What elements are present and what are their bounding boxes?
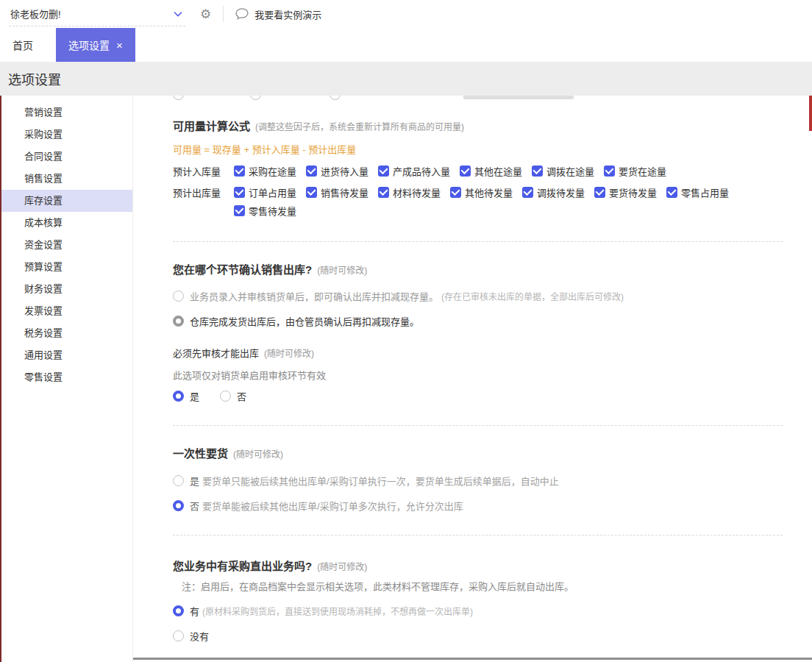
demo-link-label: 我要看实例演示	[254, 7, 321, 21]
inbound-label: 预计入库量	[173, 164, 234, 178]
checkbox-checked-icon	[460, 166, 471, 177]
checkbox-material-pending[interactable]: 材料待发量	[378, 185, 441, 199]
radio-selected-icon[interactable]	[173, 605, 184, 616]
sidebar-item-cost[interactable]: 成本核算	[0, 212, 132, 234]
radio-unselected-icon[interactable]	[220, 391, 231, 402]
checkbox-transfer-pending[interactable]: 调拨待发量	[522, 185, 585, 199]
sidebar-item-finance[interactable]: 财务设置	[0, 278, 132, 300]
checkbox-label: 采购在途量	[249, 164, 296, 178]
radio-selected-gray-icon[interactable]	[173, 316, 184, 327]
radio-unselected-icon[interactable]	[173, 475, 184, 486]
formula-expression: 可用量 = 现存量 + 预计入库量 - 预计出库量	[173, 142, 783, 156]
radio-direct-yes[interactable]: 有 (原材料采购到货后，直接送到使用现场消耗掉，不想再做一次出库单)	[173, 604, 783, 618]
topbar: 徐老板勿删! ⚙ 我要看实例演示	[0, 0, 812, 28]
checkbox-order-occupied[interactable]: 订单占用量	[234, 185, 296, 199]
radio-onetime-yes[interactable]: 是 要货单只能被后续其他出库单/采购订单执行一次，要货单生成后续单据后，自动中止	[173, 474, 783, 488]
radio-direct-no[interactable]: 没有	[173, 629, 783, 643]
checkbox-finished-goods-pending[interactable]: 产成品待入量	[378, 164, 450, 178]
audit-subsection-desc: 此选项仅对销货单启用审核环节有效	[173, 368, 783, 382]
sidebar-item-budget[interactable]: 预算设置	[0, 256, 132, 278]
radio-label: 是	[190, 389, 199, 403]
tab-settings[interactable]: 选项设置 ×	[56, 28, 135, 62]
sidebar-item-tax[interactable]: 税务设置	[0, 322, 132, 344]
tab-home[interactable]: 首页	[0, 28, 46, 62]
section-divider	[173, 241, 783, 242]
radio-onetime-no[interactable]: 否 要货单能被后续其他出库单/采购订单多次执行，允许分次出库	[173, 499, 783, 513]
company-selector[interactable]: 徐老板勿删!	[9, 1, 185, 26]
checkbox-transfer-in-transit[interactable]: 调拨在途量	[532, 164, 594, 178]
option-warehouse-confirm[interactable]: 仓库完成发货出库后，由仓管员确认后再扣减现存量。	[173, 314, 783, 328]
checkbox-checked-icon	[666, 187, 677, 198]
checkbox-purchase-in-transit[interactable]: 采购在途量	[234, 164, 296, 178]
checkbox-checked-icon	[594, 187, 605, 198]
section-note: (调整这些因子后，系统会重新计算所有商品的可用量)	[255, 120, 464, 132]
clipped-radio	[173, 96, 184, 100]
checkbox-sales-pending[interactable]: 销售待发量	[306, 185, 368, 199]
checkbox-checked-icon	[522, 187, 533, 198]
radio-unselected-icon[interactable]	[173, 291, 184, 302]
sidebar-item-contract[interactable]: 合同设置	[0, 146, 132, 168]
checkbox-label: 材料待发量	[393, 185, 441, 199]
radio-desc: 要货单能被后续其他出库单/采购订单多次执行，允许分次出库	[202, 499, 463, 513]
sub-title-text: 必须先审核才能出库	[173, 346, 259, 360]
sidebar-item-retail[interactable]: 零售设置	[0, 366, 132, 388]
option-text: 仓库完成发货出库后，由仓管员确认后再扣减现存量。	[190, 314, 419, 328]
audit-yesno: 是 否	[173, 389, 783, 403]
option-text: 业务员录入并审核销货单后，即可确认出库并扣减现存量。	[190, 289, 438, 303]
audit-subsection-title: 必须先审核才能出库 (随时可修改)	[173, 346, 783, 360]
checkbox-label: 销售待发量	[321, 185, 368, 199]
checkbox-retail-occupied[interactable]: 零售占用量	[666, 185, 729, 199]
vertical-scrollbar-thumb[interactable]	[809, 96, 812, 131]
radio-audit-yes[interactable]: 是	[173, 389, 199, 403]
radio-selected-icon[interactable]	[173, 391, 184, 402]
section-desc: 注：启用后，在商品档案中会显示相关选项，此类材料不管理库存，采购入库后就自动出库…	[182, 579, 783, 593]
checkbox-other-pending[interactable]: 其他待发量	[450, 185, 513, 199]
checkbox-incoming-pending[interactable]: 进货待入量	[306, 164, 368, 178]
checkbox-checked-icon	[378, 166, 389, 177]
section-formula: 可用量计算公式 (调整这些因子后，系统会重新计算所有商品的可用量) 可用量 = …	[173, 118, 783, 218]
section-title: 可用量计算公式	[173, 118, 250, 133]
sidebar-item-sales[interactable]: 销售设置	[0, 168, 132, 190]
checkbox-retail-pending[interactable]: 零售待发量	[234, 204, 296, 218]
section-divider	[173, 535, 783, 535]
radio-audit-no[interactable]: 否	[220, 389, 246, 403]
section-title: 您业务中有采购直出业务吗?	[173, 558, 312, 573]
demo-link[interactable]: 我要看实例演示	[235, 7, 321, 21]
section-note: (随时可修改)	[317, 560, 367, 572]
checkbox-label: 其他在途量	[474, 164, 522, 178]
checkbox-checked-icon	[378, 187, 389, 198]
checkbox-request-in-transit[interactable]: 要货在途量	[604, 164, 666, 178]
left-edge-strip	[0, 96, 1, 662]
sidebar-item-invoice[interactable]: 发票设置	[0, 300, 132, 322]
close-icon[interactable]: ×	[116, 40, 123, 51]
settings-content: 可用量计算公式 (调整这些因子后，系统会重新计算所有商品的可用量) 可用量 = …	[133, 96, 812, 662]
tab-bar: 首页 选项设置 ×	[0, 28, 812, 62]
radio-unselected-icon[interactable]	[173, 630, 184, 641]
checkbox-label: 进货待入量	[321, 164, 368, 178]
inbound-row: 预计入库量 采购在途量 进货待入量 产成品待入量 其他在途量 调拨在途量 要货在…	[173, 164, 783, 178]
gear-icon[interactable]: ⚙	[200, 8, 211, 21]
sidebar-item-inventory[interactable]: 库存设置	[0, 190, 132, 212]
option-salesperson-confirm[interactable]: 业务员录入并审核销货单后，即可确认出库并扣减现存量。 (存在已审核未出库的单据，…	[173, 289, 783, 303]
clipped-radio	[330, 96, 341, 100]
option-note: (存在已审核未出库的单据，全部出库后可修改)	[441, 290, 624, 302]
horizontal-scrollbar[interactable]	[133, 658, 812, 660]
sidebar-item-marketing[interactable]: 营销设置	[0, 102, 132, 124]
sidebar-item-purchase[interactable]: 采购设置	[0, 124, 132, 146]
section-divider	[173, 425, 783, 426]
sidebar-item-funds[interactable]: 资金设置	[0, 234, 132, 256]
section-note: (随时可修改)	[233, 447, 283, 460]
radio-selected-icon[interactable]	[173, 500, 184, 511]
radio-label: 否	[237, 389, 246, 403]
outbound-row-extra: 零售待发量	[173, 204, 783, 218]
checkbox-other-in-transit[interactable]: 其他在途量	[460, 164, 522, 178]
tab-home-label: 首页	[13, 38, 33, 52]
radio-label: 否	[190, 499, 199, 513]
outbound-label: 预计出库量	[173, 185, 234, 199]
sidebar-item-general[interactable]: 通用设置	[0, 344, 132, 366]
topbar-divider	[223, 6, 224, 22]
section-title: 一次性要货	[173, 445, 228, 460]
cutoff-row	[173, 96, 783, 102]
checkbox-request-pending[interactable]: 要货待发量	[594, 185, 657, 199]
section-one-time-request: 一次性要货 (随时可修改) 是 要货单只能被后续其他出库单/采购订单执行一次，要…	[173, 445, 783, 513]
